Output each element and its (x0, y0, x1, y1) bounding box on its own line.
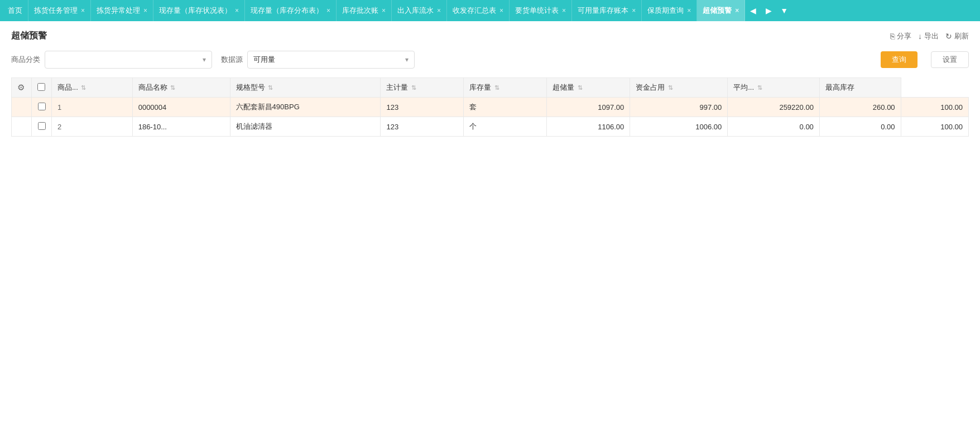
th-capital: 资金占用 ⇅ (630, 78, 728, 98)
nav-more-arrow[interactable]: ▼ (776, 0, 792, 21)
th-unit-label: 主计量 (386, 83, 408, 91)
settings-button[interactable]: 设置 (931, 51, 969, 68)
close-icon[interactable]: × (562, 7, 566, 14)
td-capital: 259220.00 (728, 98, 820, 117)
sort-icon[interactable]: ⇅ (494, 84, 499, 91)
nav-flow[interactable]: 出入库流水 × (392, 0, 447, 21)
share-button[interactable]: ⎘ 分享 (890, 31, 911, 41)
query-button[interactable]: 查询 (881, 51, 917, 68)
page-container: 超储预警 ⎘ 分享 ↓ 导出 ↻ 刷新 商品分类 ▾ 数据源 (0, 21, 980, 146)
nav-order-stats[interactable]: 要货单统计表 × (510, 0, 572, 21)
table-header-row: ⚙ 商品... ⇅ 商品名称 ⇅ 规格型号 ⇅ 主计量 (12, 78, 969, 98)
datasource-label: 数据源 (221, 55, 243, 65)
td-stock: 1097.00 (547, 98, 630, 117)
datasource-filter: 数据源 可用量 ▾ (221, 51, 415, 69)
nav-label: 拣货任务管理 (34, 6, 78, 16)
sort-icon[interactable]: ⇅ (268, 84, 273, 91)
td-settings (12, 98, 32, 117)
nav-home-label: 首页 (8, 6, 22, 16)
nav-stock-dist[interactable]: 现存量（库存分布表） × (245, 0, 337, 21)
nav-label: 要货单统计表 (515, 6, 559, 16)
td-capital: 0.00 (728, 117, 820, 137)
chevron-down-icon: ▾ (405, 56, 409, 64)
datasource-select-value: 可用量 (253, 55, 275, 65)
datasource-select[interactable]: 可用量 ▾ (247, 51, 415, 69)
nav-batch-account[interactable]: 库存批次账 × (337, 0, 392, 21)
nav-home[interactable]: 首页 (2, 0, 28, 21)
table-body: 1 0000004 六配套新昌490BPG 123 套 1097.00 997.… (12, 98, 969, 137)
close-icon[interactable]: × (326, 7, 330, 14)
td-spec: 123 (381, 117, 464, 137)
sort-icon[interactable]: ⇅ (411, 84, 416, 91)
nav-label: 收发存汇总表 (453, 6, 496, 16)
td-settings (12, 117, 32, 137)
sort-icon[interactable]: ⇅ (81, 84, 86, 91)
sort-icon[interactable]: ⇅ (668, 84, 673, 91)
nav-avail-account[interactable]: 可用量库存账本 × (572, 0, 642, 21)
td-name: 机油滤清器 (230, 117, 381, 137)
nav-label: 库存批次账 (342, 6, 378, 16)
row-checkbox[interactable] (38, 103, 46, 110)
nav-label: 现存量（库存分布表） (251, 6, 323, 16)
category-select[interactable]: ▾ (45, 51, 212, 69)
td-row-num: 1 (52, 98, 133, 117)
th-checkbox (32, 78, 52, 98)
close-icon[interactable]: × (81, 7, 85, 14)
th-stock-label: 库存量 (469, 83, 491, 91)
close-icon[interactable]: × (235, 7, 239, 14)
th-code: 商品... ⇅ (52, 78, 133, 98)
nav-prev-arrow[interactable]: ◀ (745, 0, 761, 21)
nav-task-mgmt[interactable]: 拣货任务管理 × (28, 0, 91, 21)
page-header: 超储预警 ⎘ 分享 ↓ 导出 ↻ 刷新 (11, 30, 969, 42)
close-icon[interactable]: × (382, 7, 386, 14)
th-spec-label: 规格型号 (236, 83, 265, 91)
th-avg-label: 平均... (733, 83, 754, 91)
nav-quality-check[interactable]: 保质期查询 × (642, 0, 697, 21)
nav-overstock-warning[interactable]: 超储预警 × (697, 0, 745, 21)
row-checkbox[interactable] (38, 122, 46, 130)
close-icon[interactable]: × (735, 7, 739, 14)
td-unit: 套 (464, 98, 547, 117)
nav-label: 拣货异常处理 (97, 6, 140, 16)
td-max-stock: 100.00 (901, 98, 968, 117)
nav-label: 现存量（库存状况表） (159, 6, 232, 16)
export-label: 导出 (924, 31, 939, 41)
select-all-checkbox[interactable] (37, 83, 45, 91)
refresh-label: 刷新 (954, 31, 969, 41)
th-name: 商品名称 ⇅ (132, 78, 230, 98)
page-title: 超储预警 (11, 30, 47, 42)
sort-icon[interactable]: ⇅ (170, 84, 175, 91)
td-name: 六配套新昌490BPG (230, 98, 381, 117)
th-overstock: 超储量 ⇅ (547, 78, 630, 98)
sort-icon[interactable]: ⇅ (757, 84, 762, 91)
th-spec: 规格型号 ⇅ (230, 78, 381, 98)
refresh-button[interactable]: ↻ 刷新 (945, 31, 969, 41)
close-icon[interactable]: × (632, 7, 636, 14)
th-code-label: 商品... (57, 83, 78, 91)
refresh-icon: ↻ (945, 32, 952, 41)
th-avg: 平均... ⇅ (728, 78, 820, 98)
sort-icon[interactable]: ⇅ (578, 84, 583, 91)
nav-summary[interactable]: 收发存汇总表 × (447, 0, 510, 21)
chevron-down-icon: ▾ (203, 56, 206, 64)
th-unit: 主计量 ⇅ (381, 78, 464, 98)
close-icon[interactable]: × (499, 7, 503, 14)
nav-exception[interactable]: 拣货异常处理 × (91, 0, 153, 21)
nav-label: 超储预警 (703, 6, 732, 16)
gear-icon[interactable]: ⚙ (17, 83, 25, 92)
close-icon[interactable]: × (143, 7, 147, 14)
td-unit: 个 (464, 117, 547, 137)
td-stock: 1106.00 (547, 117, 630, 137)
td-checkbox (32, 98, 52, 117)
td-spec: 123 (381, 98, 464, 117)
nav-next-arrow[interactable]: ▶ (761, 0, 776, 21)
td-overstock: 1006.00 (630, 117, 728, 137)
close-icon[interactable]: × (437, 7, 441, 14)
top-navigation: 首页 拣货任务管理 × 拣货异常处理 × 现存量（库存状况表） × 现存量（库存… (0, 0, 980, 21)
close-icon[interactable]: × (687, 7, 691, 14)
table-row: 1 0000004 六配套新昌490BPG 123 套 1097.00 997.… (12, 98, 969, 117)
export-button[interactable]: ↓ 导出 (918, 31, 939, 41)
category-label: 商品分类 (11, 55, 40, 65)
td-avg: 260.00 (819, 98, 901, 117)
nav-stock-status[interactable]: 现存量（库存状况表） × (153, 0, 245, 21)
